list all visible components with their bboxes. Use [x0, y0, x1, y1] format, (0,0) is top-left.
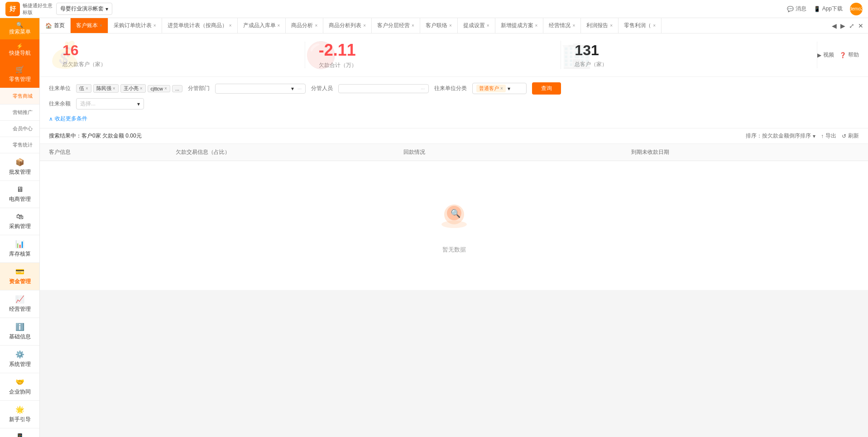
main-layout: 🔍 搜索菜单 ⚡ 快捷导航 🛒 零售管理 零售商城 营销推广 会员中心 零售统计… — [0, 18, 868, 437]
sidebar-item-app-center[interactable]: 📱 应用中心 — [0, 428, 39, 437]
tab-profit-report[interactable]: 利润报告 × — [581, 18, 619, 33]
operations-icon: 📈 — [15, 295, 24, 304]
logo-text: 畅捷通好生意 标版 — [23, 2, 53, 16]
sidebar-item-retail-stats[interactable]: 零售统计 — [0, 137, 39, 153]
sidebar-item-sys[interactable]: ⚙️ 系统管理 — [0, 346, 39, 373]
tag-1-remove[interactable]: × — [86, 86, 88, 91]
basic-info-icon: ℹ️ — [15, 323, 24, 331]
tab-promo-settings-close[interactable]: × — [487, 23, 489, 28]
filter-tag-more[interactable]: ... — [172, 85, 182, 92]
sidebar-item-retail[interactable]: 🛒 零售管理 — [0, 61, 39, 88]
finance-icon: 💳 — [15, 267, 24, 276]
collapse-btn[interactable]: ∧ 收起更多条件 — [49, 115, 859, 123]
tab-customer-mgmt[interactable]: 客户分层经营 × — [372, 18, 420, 33]
chevron-down-icon: ▾ — [106, 6, 108, 12]
category-tag: 普通客户 × — [476, 85, 506, 92]
export-btn[interactable]: ↑ 导出 — [821, 132, 836, 140]
dept-chevron-icon: ▾ — [291, 86, 294, 92]
empty-text: 暂无数据 — [442, 246, 466, 254]
sidebar-item-ecommerce[interactable]: 🖥 电商管理 — [0, 181, 39, 208]
tab-accounts[interactable]: 客户账本 × — [71, 18, 108, 33]
sidebar-item-marketing[interactable]: 营销推广 — [0, 104, 39, 121]
tab-customer-contact-close[interactable]: × — [449, 23, 452, 28]
sidebar-item-inventory[interactable]: 📊 库存核算 — [0, 235, 39, 263]
stat-credit-amount: 🔴 -2.11 欠款合计（万） — [305, 41, 561, 69]
filter-tag-1: 伍 × — [76, 84, 91, 93]
help-area: ▶ 视频 ❓ 帮助 — [817, 51, 859, 59]
avatar[interactable]: demo2 — [850, 3, 863, 15]
tab-profit-report-close[interactable]: × — [610, 23, 613, 28]
col-due-date: 到期未收款日期 — [631, 148, 859, 156]
tag-2-remove[interactable]: × — [113, 86, 115, 91]
category-tag-remove[interactable]: × — [500, 86, 503, 91]
tab-goods-list-close[interactable]: × — [363, 23, 366, 28]
tag-4-remove[interactable]: × — [164, 86, 167, 91]
svg-text:🔍: 🔍 — [451, 209, 461, 218]
sort-select[interactable]: 排序：按欠款金额倒序排序 ▾ — [746, 132, 815, 140]
col-repayment: 回款情况 — [403, 148, 631, 156]
tab-bar: 🏠 首页 客户账本 × 采购订单统计表 × 进货单统计表（按商品） × 产成品入… — [40, 18, 868, 33]
tab-goods-analysis-close[interactable]: × — [315, 23, 317, 28]
result-actions: 排序：按欠款金额倒序排序 ▾ ↑ 导出 ↺ 刷新 — [746, 132, 859, 140]
tab-retail-profit[interactable]: 零售利润（ × — [619, 18, 662, 33]
tab-close-all-btn[interactable]: ✕ — [857, 21, 864, 30]
tab-goods-analysis[interactable]: 商品分析 × — [286, 18, 323, 33]
tab-prev-btn[interactable]: ◀ — [831, 21, 838, 30]
tab-purchase-orders[interactable]: 采购订单统计表 × — [108, 18, 162, 33]
tab-goods-list[interactable]: 商品分析列表 × — [323, 18, 372, 33]
tab-cost-in-close[interactable]: × — [278, 23, 280, 28]
refresh-btn[interactable]: ↺ 刷新 — [842, 132, 859, 140]
sidebar-item-wholesale[interactable]: 📦 批发管理 — [0, 153, 39, 181]
tab-expand-btn[interactable]: ⤢ — [848, 21, 855, 30]
sidebar-item-retail-mall[interactable]: 零售商城 — [0, 88, 39, 104]
balance-label: 往来余额 — [49, 100, 71, 108]
sidebar-item-basic-info[interactable]: ℹ️ 基础信息 — [0, 318, 39, 346]
balance-select[interactable]: 选择... ▾ — [76, 98, 144, 109]
tab-new-promo-close[interactable]: × — [535, 23, 538, 28]
filter-row-1: 往来单位 伍 × 陈民强 × 王小亮 × — [49, 82, 859, 95]
dept-select[interactable]: ▾ ··· — [215, 84, 306, 94]
sidebar-nav[interactable]: ⚡ 快捷导航 — [0, 39, 39, 61]
sidebar-item-membership[interactable]: 会员中心 — [0, 121, 39, 137]
col-customer-info: 客户信息 — [49, 148, 176, 156]
tab-customer-mgmt-close[interactable]: × — [412, 23, 414, 28]
tab-accounts-close[interactable]: × — [100, 23, 102, 28]
sidebar-item-purchase[interactable]: 🛍 采购管理 — [0, 208, 39, 235]
account-selector[interactable]: 母婴行业演示帐套 ▾ — [56, 3, 112, 15]
app-center-icon: 📱 — [15, 433, 24, 437]
tab-next-btn[interactable]: ▶ — [839, 21, 846, 30]
sidebar-item-operations[interactable]: 📈 经营管理 — [0, 290, 39, 318]
tab-home[interactable]: 🏠 首页 — [40, 18, 71, 33]
sidebar-item-enterprise[interactable]: 🤝 企业协同 — [0, 373, 39, 401]
tab-purchase-stats[interactable]: 进货单统计表（按商品） × — [162, 18, 238, 33]
category-select[interactable]: 普通客户 × ▾ — [472, 83, 527, 94]
tab-cost-in[interactable]: 产成品入库单 × — [238, 18, 286, 33]
help-btn[interactable]: ❓ 帮助 — [839, 51, 859, 59]
video-btn[interactable]: ▶ 视频 — [817, 51, 834, 59]
message-btn[interactable]: 💬 消息 — [787, 5, 806, 13]
app-download-btn[interactable]: 📱 App下载 — [814, 5, 843, 13]
tag-3-remove[interactable]: × — [140, 86, 143, 91]
sidebar-search[interactable]: 🔍 搜索菜单 — [0, 18, 39, 39]
table-header: 客户信息 欠款交易信息（占比） 回款情况 到期未收款日期 — [40, 144, 868, 161]
tab-new-promo[interactable]: 新增提成方案 × — [495, 18, 544, 33]
sidebar-item-newbie[interactable]: 🌟 新手引导 — [0, 401, 39, 428]
tab-purchase-orders-close[interactable]: × — [153, 23, 156, 28]
export-icon: ↑ — [821, 133, 824, 139]
stat-total-customers: 🏢 131 总客户（家） — [561, 42, 817, 68]
tab-purchase-stats-close[interactable]: × — [229, 23, 232, 28]
stats-header: 💰 16 总欠款客户（家） 🔴 -2.11 欠款合计（万） 🏢 131 总客户（… — [40, 33, 868, 77]
tab-customer-contact[interactable]: 客户联络 × — [420, 18, 458, 33]
tab-operations-close[interactable]: × — [572, 23, 575, 28]
collapse-icon: ∧ — [49, 116, 53, 122]
query-btn[interactable]: 查询 — [532, 82, 561, 95]
video-icon: ▶ — [817, 52, 821, 58]
sidebar-item-finance[interactable]: 💳 资金管理 — [0, 263, 39, 290]
filter-row-2: 往来余额 选择... ▾ — [49, 98, 859, 109]
wholesale-icon: 📦 — [15, 158, 24, 166]
sort-chevron-icon: ▾ — [813, 133, 815, 139]
person-select[interactable]: ··· — [338, 84, 429, 93]
tab-operations[interactable]: 经营情况 × — [543, 18, 581, 33]
tab-retail-profit-close[interactable]: × — [653, 23, 656, 28]
tab-promo-settings[interactable]: 提成设置 × — [458, 18, 495, 33]
